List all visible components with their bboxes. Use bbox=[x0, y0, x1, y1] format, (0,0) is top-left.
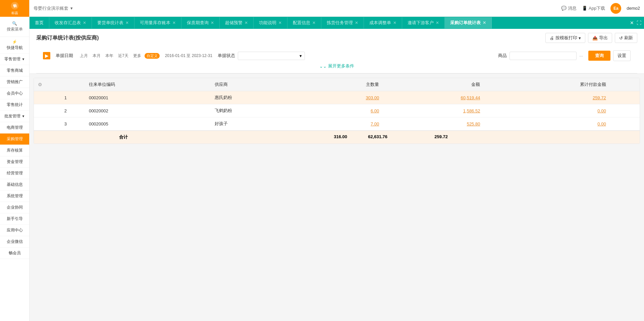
tab-close-icon[interactable]: ✕ bbox=[245, 21, 248, 25]
sidebar-item-retail-manage[interactable]: 零售管理 ▼ bbox=[0, 54, 29, 65]
tab-invite-downstream[interactable]: 邀请下游客户 ✕ bbox=[402, 17, 445, 29]
goods-filter-group: 商品 ··· bbox=[498, 52, 583, 60]
user-avatar[interactable]: Ea bbox=[610, 3, 621, 14]
tab-shelf-life[interactable]: 保质期查询 ✕ bbox=[181, 17, 220, 29]
tab-receive-summary[interactable]: 收发存汇总表 ✕ bbox=[49, 17, 92, 29]
main-qty-col-header: 主数量 bbox=[305, 78, 383, 91]
tab-close-icon[interactable]: ✕ bbox=[172, 21, 176, 25]
date-7days[interactable]: 近7天 bbox=[117, 52, 130, 59]
setting-button[interactable]: 设置 bbox=[613, 50, 631, 61]
query-button[interactable]: 查询 bbox=[588, 51, 610, 61]
row-amount-cell[interactable]: 60,519.44 bbox=[383, 91, 484, 104]
date-custom-badge[interactable]: 自定义 bbox=[145, 53, 160, 59]
tab-close-icon[interactable]: ✕ bbox=[211, 21, 214, 25]
goods-more-icon[interactable]: ··· bbox=[579, 53, 583, 58]
sidebar-item-operations[interactable]: 经营管理 bbox=[0, 168, 29, 179]
sidebar-item-quick-nav[interactable]: ⚡ 快捷导航 bbox=[0, 37, 29, 54]
marketing-label: 营销推广 bbox=[7, 79, 23, 85]
chevron-down-icon[interactable]: ▾ bbox=[70, 6, 73, 11]
table-row: 1 00020001 惠氏奶粉 303.00 60,519.44 259.72 bbox=[34, 91, 640, 104]
chevron-icon2: ▼ bbox=[22, 114, 25, 118]
export-button[interactable]: 📤 导出 bbox=[588, 33, 612, 43]
search-menu-button[interactable]: 🔍 搜索菜单 bbox=[2, 19, 27, 34]
tab-overstock[interactable]: 超储预警 ✕ bbox=[220, 17, 254, 29]
print-button[interactable]: 🖨 按模板打印 ▾ bbox=[545, 33, 585, 43]
tab-expand-button[interactable]: ⛶ bbox=[637, 20, 641, 25]
sidebar-item-wholesale[interactable]: 批发管理 ▼ bbox=[0, 111, 29, 122]
finance-label: 资金管理 bbox=[7, 159, 23, 165]
row-main-qty-cell[interactable]: 6.00 bbox=[305, 104, 383, 117]
app-download-button[interactable]: 📱 App下载 bbox=[582, 5, 605, 11]
member-center-label: 会员中心 bbox=[7, 91, 23, 96]
tab-close-icon[interactable]: ✕ bbox=[393, 21, 396, 25]
status-select-arrow: ▾ bbox=[300, 53, 302, 58]
tab-close-icon[interactable]: ✕ bbox=[312, 21, 316, 25]
tab-close-icon[interactable]: ✕ bbox=[355, 21, 358, 25]
row-paid-amount-cell[interactable]: 0.00 bbox=[484, 117, 610, 130]
tab-picking-task[interactable]: 拣货任务管理 ✕ bbox=[321, 17, 364, 29]
tab-config-info[interactable]: 配置信息 ✕ bbox=[287, 17, 321, 29]
date-more[interactable]: 更多 bbox=[132, 52, 143, 59]
sidebar-item-enterprise[interactable]: 企业协同 bbox=[0, 202, 29, 213]
sidebar-item-app-center[interactable]: 应用中心 bbox=[0, 225, 29, 236]
tab-available-inventory[interactable]: 可用量库存账本 ✕ bbox=[135, 17, 181, 29]
sidebar-item-ecommerce[interactable]: 电商管理 bbox=[0, 122, 29, 133]
settings-icon[interactable]: ⚙ bbox=[38, 82, 42, 87]
filter-toggle-button[interactable]: ▶ bbox=[43, 52, 50, 59]
date-this-year[interactable]: 本年 bbox=[104, 52, 115, 59]
date-last-month[interactable]: 上月 bbox=[78, 52, 89, 59]
sidebar-item-enterprise-wechat[interactable]: 企业微信 bbox=[0, 236, 29, 248]
print-label: 按模板打印 bbox=[555, 35, 577, 41]
tab-close-icon[interactable]: ✕ bbox=[278, 21, 282, 25]
tab-purchase-summary[interactable]: 采购订单统计表 ✕ bbox=[445, 17, 492, 29]
expand-more-button[interactable]: ⌄⌄ 展开更多条件 bbox=[319, 63, 354, 69]
sidebar-item-member[interactable]: 畅会员 bbox=[0, 248, 29, 259]
tab-close-icon[interactable]: ✕ bbox=[436, 21, 439, 25]
row-paid-amount-cell[interactable]: 0.00 bbox=[484, 104, 610, 117]
tab-cost-adjust[interactable]: 成本调整单 ✕ bbox=[364, 17, 402, 29]
footer-label: 合计 bbox=[115, 134, 307, 140]
sidebar-item-retail-shop[interactable]: 零售商城 bbox=[0, 65, 29, 76]
row-extra-cell bbox=[610, 117, 640, 130]
tab-label: 保质期查询 bbox=[187, 20, 209, 26]
row-main-qty-cell[interactable]: 7.00 bbox=[305, 117, 383, 130]
status-select[interactable]: ▾ bbox=[238, 52, 305, 60]
sidebar-item-new-guide[interactable]: 新手引导 bbox=[0, 213, 29, 225]
row-seq-cell: 3 bbox=[46, 117, 85, 130]
row-amount-cell[interactable]: 1,586.52 bbox=[383, 104, 484, 117]
row-main-qty-cell[interactable]: 303.00 bbox=[305, 91, 383, 104]
row-unit-code-cell: 00020002 bbox=[85, 104, 211, 117]
tab-close-icon[interactable]: ✕ bbox=[483, 21, 486, 25]
tab-label: 采购订单统计表 bbox=[450, 20, 481, 26]
message-button[interactable]: 💬 消息 bbox=[561, 5, 577, 11]
tab-close-all-button[interactable]: ✕ bbox=[630, 20, 634, 25]
date-this-month[interactable]: 本月 bbox=[91, 52, 102, 59]
row-settings-cell bbox=[34, 91, 46, 104]
tab-function-desc[interactable]: 功能说明 ✕ bbox=[254, 17, 287, 29]
filter-area: ▶ 单据日期 上月 本月 本年 近7天 更多 自定义 2016-01-01 至 … bbox=[36, 46, 637, 73]
refresh-button[interactable]: ↺ 刷新 bbox=[615, 33, 637, 43]
sidebar-item-basic-info[interactable]: 基础信息 bbox=[0, 179, 29, 191]
row-paid-amount-cell[interactable]: 259.72 bbox=[484, 91, 610, 104]
tab-close-icon[interactable]: ✕ bbox=[125, 21, 129, 25]
tab-requisition-summary[interactable]: 要货单统计表 ✕ bbox=[92, 17, 135, 29]
sidebar-item-retail-stats[interactable]: 零售统计 bbox=[0, 99, 29, 111]
account-name: 母婴行业演示账套 bbox=[34, 5, 68, 11]
goods-input[interactable] bbox=[509, 52, 577, 60]
sidebar-item-finance[interactable]: 资金管理 bbox=[0, 156, 29, 168]
sidebar-search-area: 🔍 搜索菜单 bbox=[0, 17, 29, 37]
sidebar-item-marketing[interactable]: 营销推广 bbox=[0, 76, 29, 88]
goods-label: 商品 bbox=[498, 53, 507, 59]
tab-close-icon[interactable]: ✕ bbox=[83, 21, 86, 25]
sidebar-item-system[interactable]: 系统管理 bbox=[0, 191, 29, 202]
sidebar-item-member-center[interactable]: 会员中心 bbox=[0, 88, 29, 99]
footer-main-qty: 316.00 bbox=[307, 134, 347, 140]
row-amount-cell[interactable]: 525.80 bbox=[383, 117, 484, 130]
sidebar-item-inventory[interactable]: 库存核算 bbox=[0, 145, 29, 156]
member-label: 畅会员 bbox=[9, 250, 21, 256]
top-bar-actions: 💬 消息 📱 App下载 Ea demo2 bbox=[561, 3, 640, 14]
seq-col-header bbox=[46, 78, 85, 91]
tab-bar: 首页 收发存汇总表 ✕ 要货单统计表 ✕ 可用量库存账本 ✕ 保质期查询 ✕ 超… bbox=[30, 17, 644, 29]
sidebar-item-purchase[interactable]: 采购管理 bbox=[0, 133, 29, 145]
tab-home[interactable]: 首页 bbox=[30, 17, 49, 29]
